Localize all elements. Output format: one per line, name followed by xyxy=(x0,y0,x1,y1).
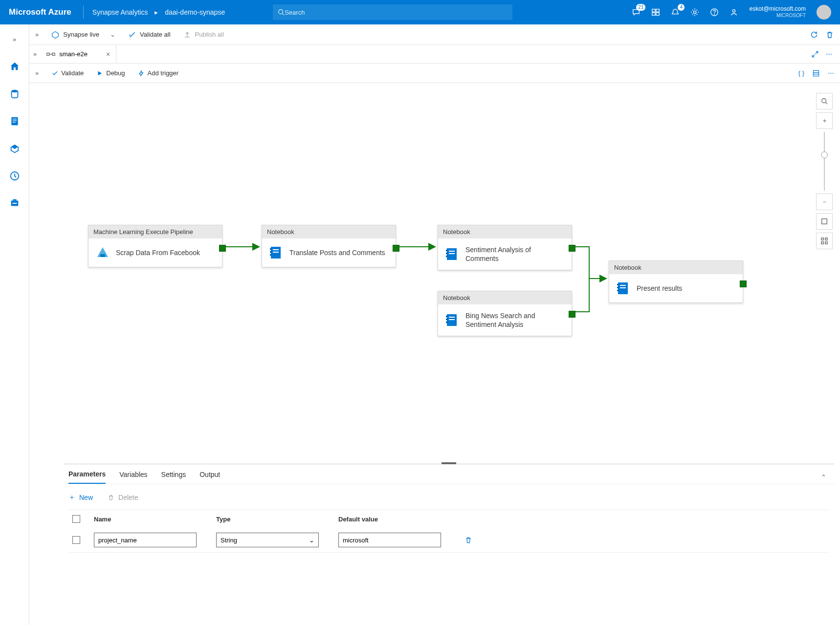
delete-row-icon[interactable] xyxy=(464,536,472,544)
discard-icon[interactable] xyxy=(825,30,834,39)
output-port[interactable] xyxy=(219,245,226,252)
svg-rect-34 xyxy=(270,251,271,253)
output-port[interactable] xyxy=(740,280,747,287)
settings-icon[interactable] xyxy=(690,8,699,17)
svg-rect-12 xyxy=(12,119,16,119)
user-avatar[interactable] xyxy=(817,5,831,20)
top-header: Microsoft Azure Synapse Analytics ▸ daai… xyxy=(0,0,840,24)
svg-rect-37 xyxy=(273,252,279,253)
breadcrumb-service[interactable]: Synapse Analytics xyxy=(92,8,148,16)
properties-icon[interactable] xyxy=(812,69,820,77)
plus-icon: ＋ xyxy=(68,493,75,502)
param-type-select[interactable]: String⌄ xyxy=(216,533,319,547)
activity-node-bing-news[interactable]: Notebook Bing News Search and Sentiment … xyxy=(438,291,572,336)
breadcrumb-workspace[interactable]: daai-demo-synapse xyxy=(165,8,225,16)
user-email: eskot@microsoft.com xyxy=(749,5,806,12)
refresh-icon[interactable] xyxy=(810,30,818,39)
tab-settings[interactable]: Settings xyxy=(161,471,186,483)
param-name-input[interactable] xyxy=(94,533,197,547)
nav-integrate-icon[interactable] xyxy=(8,142,22,155)
output-port[interactable] xyxy=(569,245,575,252)
expand-icon[interactable] xyxy=(811,50,819,58)
activity-node-translate[interactable]: Notebook Translate Posts and Comments xyxy=(262,225,396,267)
activity-type-label: Notebook xyxy=(262,225,396,238)
collapse-panel-icon[interactable]: » xyxy=(35,31,39,38)
output-port[interactable] xyxy=(569,311,575,318)
global-search[interactable] xyxy=(273,4,512,20)
collapse-rail-icon[interactable]: » xyxy=(8,32,22,46)
svg-rect-36 xyxy=(273,249,279,250)
tab-output[interactable]: Output xyxy=(199,471,220,483)
help-icon[interactable] xyxy=(710,8,719,17)
zoom-slider-handle[interactable] xyxy=(821,151,828,158)
zoom-search-icon[interactable] xyxy=(816,93,833,109)
nav-monitor-icon[interactable] xyxy=(8,169,22,183)
collapse-activities-icon[interactable]: » xyxy=(35,69,39,77)
svg-rect-49 xyxy=(449,319,455,320)
tab-parameters[interactable]: Parameters xyxy=(68,470,106,484)
tab-variables[interactable]: Variables xyxy=(119,471,147,483)
activity-node-present[interactable]: Notebook Present results xyxy=(609,260,743,303)
nav-data-icon[interactable] xyxy=(8,87,22,101)
activity-title: Bing News Search and Sentiment Analysis xyxy=(465,311,565,329)
zoom-in-button[interactable]: ＋ xyxy=(816,112,833,129)
activity-node-ml-pipeline[interactable]: Machine Learning Execute Pipeline Scrap … xyxy=(88,225,222,267)
directory-icon[interactable] xyxy=(651,8,660,17)
delete-parameter-button[interactable]: Delete xyxy=(108,494,138,501)
pipeline-tab[interactable]: sman-e2e × xyxy=(41,45,116,63)
zoom-slider-track[interactable] xyxy=(824,132,825,191)
close-tab-icon[interactable]: × xyxy=(106,50,110,58)
synapse-live-dropdown[interactable]: Synapse live ⌄ xyxy=(51,31,115,39)
param-default-input[interactable] xyxy=(338,533,441,547)
more-tab-icon[interactable]: ⋯ xyxy=(826,50,832,58)
json-view-icon[interactable]: { } xyxy=(798,69,804,77)
svg-line-1 xyxy=(283,14,285,16)
validate-all-button[interactable]: Validate all xyxy=(128,31,171,39)
activity-node-sentiment[interactable]: Notebook Sentiment Analysis of Comments xyxy=(438,225,572,270)
nav-home-icon[interactable] xyxy=(8,60,22,73)
debug-button[interactable]: Debug xyxy=(96,69,125,77)
svg-marker-23 xyxy=(98,71,102,75)
new-parameter-button[interactable]: ＋ New xyxy=(68,493,93,502)
validate-button[interactable]: Validate xyxy=(51,69,84,77)
publish-all-button[interactable]: Publish all xyxy=(183,31,224,39)
collapse-panel-icon[interactable]: ⌃ xyxy=(821,474,829,481)
collapse-panel-icon-2[interactable]: » xyxy=(33,50,37,58)
more-actions-icon[interactable]: ⋯ xyxy=(828,69,834,77)
svg-rect-2 xyxy=(652,9,655,12)
activity-type-label: Machine Learning Execute Pipeline xyxy=(88,225,222,238)
svg-rect-39 xyxy=(446,250,447,251)
svg-rect-60 xyxy=(825,238,827,240)
svg-point-6 xyxy=(694,11,696,13)
document-tabs: » sman-e2e × ⋯ xyxy=(29,45,840,64)
notebook-icon xyxy=(445,313,460,327)
zoom-fit-icon[interactable] xyxy=(816,213,833,230)
add-trigger-button[interactable]: Add trigger xyxy=(138,69,179,77)
row-checkbox[interactable] xyxy=(72,536,80,544)
feedback-badge: 21 xyxy=(636,4,645,11)
svg-rect-48 xyxy=(449,317,455,318)
feedback-icon[interactable]: 21 xyxy=(632,8,641,17)
select-all-checkbox[interactable] xyxy=(72,515,80,523)
svg-point-10 xyxy=(11,90,18,93)
notifications-icon[interactable]: 4 xyxy=(671,8,680,17)
brand-label[interactable]: Microsoft Azure xyxy=(9,7,71,17)
nav-manage-icon[interactable] xyxy=(8,196,22,210)
pipeline-canvas[interactable]: Machine Learning Execute Pipeline Scrap … xyxy=(54,83,840,464)
panel-resize-grip[interactable] xyxy=(442,462,456,464)
svg-point-8 xyxy=(714,14,715,15)
activity-type-label: Notebook xyxy=(438,225,572,238)
user-label[interactable]: eskot@microsoft.com MICROSOFT xyxy=(749,5,806,19)
zoom-out-button[interactable]: － xyxy=(816,194,833,210)
svg-marker-19 xyxy=(52,31,59,38)
svg-rect-11 xyxy=(11,117,18,126)
layout-icon[interactable] xyxy=(816,233,833,249)
svg-rect-31 xyxy=(100,254,105,257)
chevron-down-icon: ⌄ xyxy=(309,537,314,544)
workspace-toolbar: » Synapse live ⌄ Validate all Publish al… xyxy=(29,24,840,45)
account-icon[interactable] xyxy=(729,8,738,17)
nav-develop-icon[interactable] xyxy=(8,114,22,128)
svg-rect-40 xyxy=(446,253,447,254)
search-input[interactable] xyxy=(285,9,508,16)
output-port[interactable] xyxy=(393,245,399,252)
